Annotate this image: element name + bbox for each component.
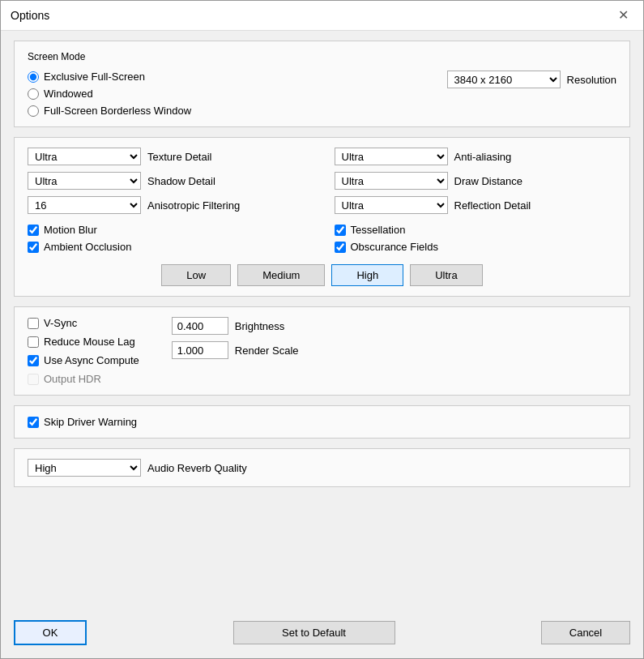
preset-buttons: Low Medium High Ultra — [28, 264, 616, 286]
preset-medium-button[interactable]: Medium — [237, 264, 325, 286]
windowed-radio-row: Windowed — [28, 88, 191, 100]
screen-mode-section: Screen Mode Exclusive Full-Screen Window… — [14, 41, 630, 127]
texture-detail-label: Texture Detail — [147, 151, 211, 163]
anisotropic-row: 124816 Anisotropic Filtering — [28, 196, 310, 214]
obscurance-row: Obscurance Fields — [335, 241, 617, 253]
borderless-radio-row: Full-Screen Borderless Window — [28, 105, 191, 117]
resolution-select[interactable]: 1920 x 1080 2560 x 1440 3840 x 2160 — [447, 71, 561, 88]
title-bar: Options ✕ — [1, 1, 643, 31]
draw-distance-label: Draw Distance — [454, 175, 523, 187]
ok-button[interactable]: OK — [14, 620, 87, 645]
audio-reverb-row: LowMediumHighUltra Audio Reverb Quality — [28, 459, 616, 477]
ambient-occlusion-label: Ambient Occlusion — [44, 241, 131, 253]
skip-driver-checkbox[interactable] — [28, 417, 39, 428]
reflection-select[interactable]: LowMediumHighUltra — [335, 196, 448, 214]
cancel-button[interactable]: Cancel — [541, 621, 630, 644]
motion-blur-label: Motion Blur — [44, 224, 97, 236]
use-async-checkbox[interactable] — [28, 355, 39, 366]
audio-section: LowMediumHighUltra Audio Reverb Quality — [14, 448, 630, 487]
windowed-radio[interactable] — [28, 88, 39, 100]
brightness-row: Brightness — [172, 317, 299, 335]
advanced-section: V-Sync Reduce Mouse Lag Use Async Comput… — [14, 306, 630, 396]
shadow-detail-row: LowMediumHighUltra Shadow Detail — [28, 172, 310, 190]
vsync-label: V-Sync — [44, 317, 77, 329]
brightness-label: Brightness — [235, 320, 284, 332]
dialog-content: Screen Mode Exclusive Full-Screen Window… — [1, 31, 643, 612]
vsync-checkbox[interactable] — [28, 318, 39, 329]
exclusive-fullscreen-radio[interactable] — [28, 71, 39, 83]
motion-blur-checkbox[interactable] — [28, 225, 39, 236]
set-default-button[interactable]: Set to Default — [233, 621, 395, 644]
resolution-row: 1920 x 1080 2560 x 1440 3840 x 2160 Reso… — [447, 71, 616, 88]
use-async-label: Use Async Compute — [44, 354, 139, 366]
exclusive-radio-row: Exclusive Full-Screen — [28, 71, 191, 83]
graphics-checkboxes: Motion Blur Tessellation Ambient Occlusi… — [28, 224, 616, 253]
render-scale-row: Render Scale — [172, 341, 299, 359]
anisotropic-label: Anisotropic Filtering — [147, 199, 240, 212]
preset-high-button[interactable]: High — [331, 264, 403, 286]
use-async-row: Use Async Compute — [28, 354, 139, 366]
right-panel: Brightness Render Scale — [172, 317, 299, 385]
reduce-mouse-lag-label: Reduce Mouse Lag — [44, 336, 135, 348]
borderless-radio[interactable] — [28, 105, 39, 117]
output-hdr-checkbox[interactable] — [28, 374, 39, 385]
texture-detail-row: LowMediumHighUltra Texture Detail — [28, 148, 310, 165]
brightness-input[interactable] — [172, 317, 228, 335]
obscurance-checkbox[interactable] — [335, 242, 346, 253]
motion-blur-row: Motion Blur — [28, 224, 310, 236]
render-scale-input[interactable] — [172, 341, 228, 359]
texture-detail-select[interactable]: LowMediumHighUltra — [28, 148, 141, 165]
obscurance-label: Obscurance Fields — [351, 241, 438, 253]
antialiasing-row: LowMediumHighUltra Anti-aliasing — [335, 148, 617, 165]
reduce-mouse-lag-row: Reduce Mouse Lag — [28, 336, 139, 348]
preset-ultra-button[interactable]: Ultra — [410, 264, 482, 286]
tessellation-checkbox[interactable] — [335, 225, 346, 236]
dialog-footer: OK Set to Default Cancel — [1, 612, 643, 658]
skip-driver-label: Skip Driver Warning — [44, 416, 137, 428]
screen-mode-row: Exclusive Full-Screen Windowed Full-Scre… — [28, 71, 616, 117]
borderless-label: Full-Screen Borderless Window — [44, 105, 191, 117]
settings-grid: LowMediumHighUltra Texture Detail LowMed… — [28, 148, 616, 214]
output-hdr-label: Output HDR — [44, 373, 101, 385]
graphics-section: LowMediumHighUltra Texture Detail LowMed… — [14, 137, 630, 297]
lower-settings: V-Sync Reduce Mouse Lag Use Async Comput… — [28, 317, 616, 385]
antialiasing-label: Anti-aliasing — [454, 151, 512, 163]
options-dialog: Options ✕ Screen Mode Exclusive Full-Scr… — [0, 0, 644, 659]
screen-mode-radio-group: Exclusive Full-Screen Windowed Full-Scre… — [28, 71, 191, 117]
reflection-label: Reflection Detail — [454, 199, 531, 212]
preset-low-button[interactable]: Low — [161, 264, 231, 286]
dialog-title: Options — [11, 9, 49, 22]
tessellation-row: Tessellation — [335, 224, 617, 236]
left-checks: V-Sync Reduce Mouse Lag Use Async Comput… — [28, 317, 139, 385]
ambient-occlusion-row: Ambient Occlusion — [28, 241, 310, 253]
screen-mode-title: Screen Mode — [28, 51, 616, 62]
resolution-label: Resolution — [567, 74, 616, 86]
reflection-row: LowMediumHighUltra Reflection Detail — [335, 196, 617, 214]
skip-driver-row: Skip Driver Warning — [28, 416, 616, 428]
audio-reverb-label: Audio Reverb Quality — [147, 462, 247, 474]
render-scale-label: Render Scale — [235, 344, 299, 357]
tessellation-label: Tessellation — [351, 224, 406, 236]
exclusive-label: Exclusive Full-Screen — [44, 71, 145, 83]
shadow-detail-label: Shadow Detail — [147, 175, 215, 187]
ambient-occlusion-checkbox[interactable] — [28, 242, 39, 253]
reduce-mouse-lag-checkbox[interactable] — [28, 336, 39, 348]
audio-reverb-select[interactable]: LowMediumHighUltra — [28, 459, 141, 477]
driver-section: Skip Driver Warning — [14, 405, 630, 439]
close-button[interactable]: ✕ — [613, 7, 633, 24]
windowed-label: Windowed — [44, 88, 93, 100]
output-hdr-row: Output HDR — [28, 373, 139, 385]
vsync-row: V-Sync — [28, 317, 139, 329]
draw-distance-row: LowMediumHighUltra Draw Distance — [335, 172, 617, 190]
antialiasing-select[interactable]: LowMediumHighUltra — [335, 148, 448, 165]
draw-distance-select[interactable]: LowMediumHighUltra — [335, 172, 448, 190]
shadow-detail-select[interactable]: LowMediumHighUltra — [28, 172, 141, 190]
anisotropic-select[interactable]: 124816 — [28, 196, 141, 214]
